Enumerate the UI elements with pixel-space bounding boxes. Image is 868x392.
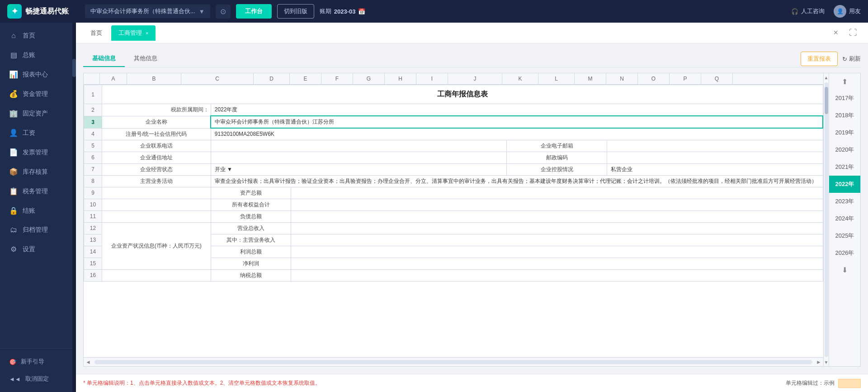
tab-close-button[interactable]: × <box>146 30 148 36</box>
table-row: 2 税款所属期间： 2022年度 <box>84 104 823 116</box>
sub-tab-basic[interactable]: 基础信息 <box>83 51 125 67</box>
sidebar-item-asset[interactable]: 🏢 固定资产 <box>0 104 76 123</box>
year-item-2021[interactable]: 2021年 <box>829 158 860 176</box>
scroll-up-button[interactable]: ▲ <box>824 73 829 81</box>
service-button[interactable]: 🎧 人工咨询 <box>791 7 825 15</box>
table-cell[interactable]: 中审众环会计师事务所（特殊普通合伙）江苏分所 <box>211 116 823 128</box>
scroll-left-button[interactable]: ◄ <box>84 359 93 365</box>
sidebar-item-fund[interactable]: 💰 资金管理 <box>0 84 76 104</box>
table-row: 6 企业通信地址 邮政编码 <box>84 152 823 163</box>
col-header-I: I <box>416 73 448 84</box>
table-cell[interactable] <box>291 246 823 258</box>
table-cell <box>102 269 211 281</box>
tab-home[interactable]: 首页 <box>83 25 109 41</box>
scroll-right-button[interactable]: ► <box>814 359 823 365</box>
year-item-2019[interactable]: 2019年 <box>829 124 860 141</box>
workspace-button[interactable]: 工作台 <box>236 4 272 19</box>
sidebar-item-closing[interactable]: 🔒 结账 <box>0 201 76 220</box>
sidebar-item-settings[interactable]: ⚙ 设置 <box>0 239 76 259</box>
v-scroll-track[interactable] <box>825 82 828 357</box>
sidebar-item-label: 首页 <box>23 32 35 40</box>
year-item-2018[interactable]: 2018年 <box>829 107 860 124</box>
tab-home-label: 首页 <box>90 29 102 36</box>
sidebar-item-inventory[interactable]: 📦 库存核算 <box>0 162 76 182</box>
table-cell[interactable] <box>607 152 823 163</box>
table-cell[interactable] <box>291 222 823 234</box>
table-cell[interactable]: 91320100MA208E5W6K <box>211 128 823 140</box>
sidebar-item-home[interactable]: ⌂ 首页 <box>0 26 76 45</box>
switch-version-button[interactable]: 切到旧版 <box>277 4 314 19</box>
company-selector[interactable]: 中审众环会计师事务所（特殊普通合伙... ▼ <box>85 5 210 18</box>
spreadsheet-body[interactable]: 1 工商年报信息表 2 税款所属期间： 2022年度 <box>84 85 823 357</box>
year-item-2025[interactable]: 2025年 <box>829 227 860 244</box>
v-scroll-thumb[interactable] <box>825 87 828 114</box>
footer-hint: * 单元格编辑说明：1、点击单元格直接录入数值或文本。2、清空单元格数值或文本恢… <box>83 379 321 387</box>
home-icon: ⌂ <box>9 32 18 40</box>
topbar: ✦ 畅捷通易代账 中审众环会计师事务所（特殊普通合伙... ▼ ⊙ 工作台 切到… <box>0 0 868 23</box>
year-item-2017[interactable]: 2017年 <box>829 90 860 107</box>
table-cell[interactable]: 审查企业会计报表；出具审计报告；验证企业资本；出具验资报告；办理企业合开、分立、… <box>211 175 823 187</box>
tab-gongshang[interactable]: 工商管理 × <box>111 25 156 41</box>
year-panel-top: ⬆ <box>829 73 860 90</box>
row-num: 2 <box>84 104 102 116</box>
sidebar-item-tax[interactable]: 📋 税务管理 <box>0 182 76 201</box>
sidebar-item-newbie[interactable]: 🎯 新手引导 <box>0 353 76 370</box>
close-panel-button[interactable]: × <box>830 26 842 39</box>
row-num: 5 <box>84 140 102 152</box>
sub-tab-basic-label: 基础信息 <box>92 55 116 62</box>
tab-gongshang-label: 工商管理 <box>118 29 142 37</box>
table-cell[interactable] <box>291 199 823 210</box>
table-cell: 所有者权益合计 <box>211 199 291 210</box>
table-cell[interactable] <box>211 140 507 152</box>
table-cell[interactable]: 开业 ▼ <box>211 163 507 175</box>
table-cell[interactable] <box>607 140 823 152</box>
table-cell[interactable] <box>291 234 823 246</box>
table-cell[interactable] <box>291 187 823 199</box>
calendar-icon[interactable]: 📅 <box>358 8 365 15</box>
table-cell: 企业资产状况信息(币种：人民币万元) <box>102 222 211 269</box>
table-cell <box>102 199 211 210</box>
maximize-button[interactable]: ⛶ <box>845 26 861 39</box>
year-panel: ⬆ 2017年 2018年 2019年 2020年 2021年 2022年 20… <box>829 73 860 366</box>
reset-report-button[interactable]: 重置报表 <box>801 52 838 66</box>
refresh-button[interactable]: ↻ 刷新 <box>842 55 861 63</box>
year-panel-down[interactable]: ⬇ <box>838 263 852 276</box>
sidebar-item-report[interactable]: 📊 报表中心 <box>0 65 76 84</box>
sidebar-bottom: 🎯 新手引导 ◄◄ 取消固定 <box>0 348 76 392</box>
user-menu[interactable]: 👤 用友 <box>834 5 861 18</box>
col-header-A: A <box>100 73 127 84</box>
scroll-track[interactable] <box>94 360 812 364</box>
table-cell: 企业名称 <box>102 116 211 128</box>
table-cell[interactable] <box>291 258 823 269</box>
col-header-E: E <box>290 73 321 84</box>
spreadsheet-wrapper: A B C D E F G H I J K L M N O <box>83 73 861 367</box>
col-header-Q: Q <box>701 73 733 84</box>
sidebar-item-archive[interactable]: 🗂 归档管理 <box>0 220 76 239</box>
sidebar-item-wage[interactable]: 👤 工资 <box>0 123 76 143</box>
row-num: 9 <box>84 187 102 199</box>
spreadsheet-main: A B C D E F G H I J K L M N O <box>84 73 823 366</box>
table-cell[interactable] <box>291 269 823 281</box>
table-cell: 企业电子邮箱 <box>507 140 607 152</box>
table-cell[interactable]: 2022年度 <box>211 104 823 116</box>
scroll-down-button[interactable]: ▼ <box>824 358 829 366</box>
copy-button[interactable]: ⊙ <box>216 5 231 19</box>
year-item-2020[interactable]: 2020年 <box>829 141 860 158</box>
year-item-2022[interactable]: 2022年 <box>829 176 860 193</box>
year-panel-up[interactable]: ⬆ <box>838 75 852 88</box>
sub-tab-other[interactable]: 其他信息 <box>125 51 166 67</box>
table-cell[interactable] <box>211 152 507 163</box>
year-item-2024[interactable]: 2024年 <box>829 210 860 227</box>
tax-icon: 📋 <box>9 187 18 196</box>
year-item-2023[interactable]: 2023年 <box>829 193 860 210</box>
sidebar-item-unpin[interactable]: ◄◄ 取消固定 <box>0 370 76 387</box>
table-cell[interactable] <box>291 210 823 222</box>
sidebar-item-label: 发票管理 <box>23 148 48 157</box>
year-item-2026[interactable]: 2026年 <box>829 244 860 262</box>
table-cell: 注册号/统一社会信用代码 <box>102 128 211 140</box>
sidebar-item-label: 归档管理 <box>23 226 48 234</box>
sidebar-item-ledger[interactable]: ▤ 总账 <box>0 45 76 65</box>
table-cell[interactable]: 私营企业 <box>607 163 823 175</box>
table-cell[interactable]: 工商年报信息表 <box>102 85 823 104</box>
sidebar-item-invoice[interactable]: 📄 发票管理 <box>0 143 76 162</box>
